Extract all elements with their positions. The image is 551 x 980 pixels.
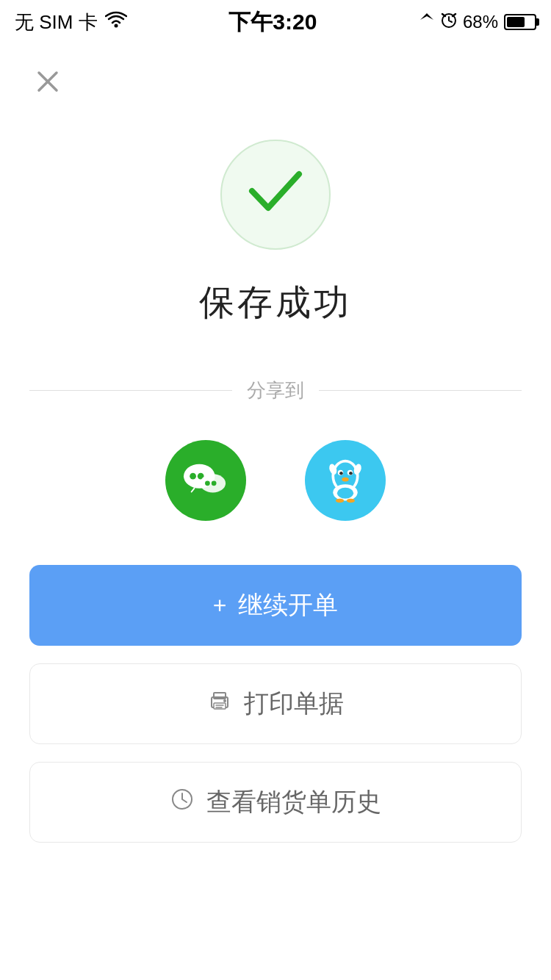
svg-point-8 [205, 480, 210, 486]
check-circle [220, 140, 331, 250]
clock-icon [170, 787, 195, 818]
svg-point-28 [223, 699, 226, 702]
alarm-icon [441, 11, 457, 33]
check-icon [246, 165, 305, 225]
svg-rect-25 [214, 703, 226, 709]
share-qq-button[interactable] [305, 440, 386, 521]
location-icon [419, 12, 435, 32]
success-section: 保存成功 [0, 110, 551, 341]
divider-right [319, 390, 522, 391]
continue-order-label: 继续开单 [238, 588, 338, 622]
svg-point-15 [349, 471, 353, 475]
success-title: 保存成功 [199, 279, 352, 326]
action-buttons: + 继续开单 打印单据 查看销货单历史 [0, 558, 551, 843]
continue-order-button[interactable]: + 继续开单 [29, 565, 522, 646]
print-icon [207, 688, 232, 719]
status-right: 68% [419, 11, 536, 33]
battery-icon [504, 14, 536, 30]
plus-icon: + [213, 592, 227, 619]
close-button[interactable] [29, 66, 66, 103]
share-section: 分享到 [0, 378, 551, 521]
svg-point-16 [342, 477, 348, 481]
share-divider: 分享到 [29, 378, 522, 403]
status-bar: 无 SIM 卡 下午3:20 68% [0, 0, 551, 44]
status-left: 无 SIM 卡 [15, 10, 127, 35]
view-history-button[interactable]: 查看销货单历史 [29, 762, 522, 843]
svg-point-21 [336, 498, 344, 502]
divider-left [29, 390, 232, 391]
share-icons [29, 440, 522, 521]
share-wechat-button[interactable] [165, 440, 246, 521]
svg-point-0 [114, 24, 118, 28]
svg-point-22 [347, 498, 355, 502]
battery-percent: 68% [463, 12, 498, 32]
print-receipt-label: 打印单据 [244, 687, 344, 721]
status-time: 下午3:20 [228, 7, 317, 37]
share-label: 分享到 [247, 378, 304, 403]
close-area [0, 44, 551, 110]
print-receipt-button[interactable]: 打印单据 [29, 663, 522, 744]
wifi-icon [105, 11, 127, 33]
svg-point-5 [190, 473, 196, 480]
svg-point-9 [212, 480, 217, 486]
close-icon [33, 67, 62, 103]
sim-label: 无 SIM 卡 [15, 10, 98, 35]
svg-point-14 [339, 471, 343, 475]
view-history-label: 查看销货单历史 [206, 785, 381, 819]
svg-point-20 [337, 487, 353, 498]
